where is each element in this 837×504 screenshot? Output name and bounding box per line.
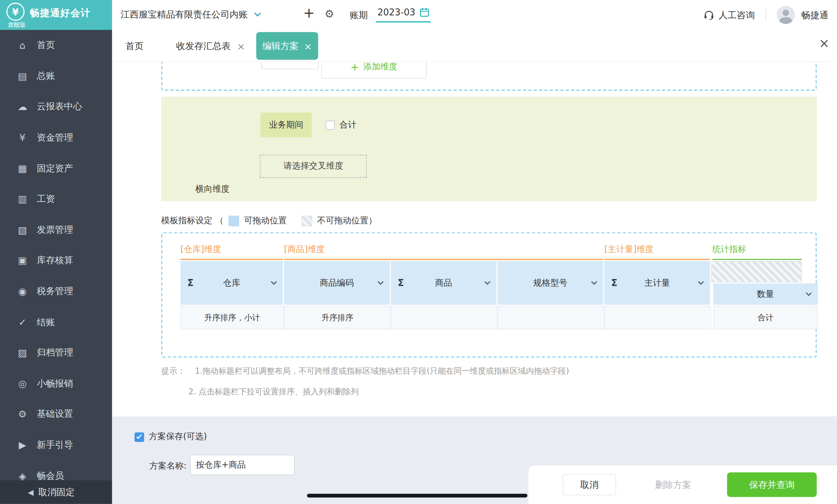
tab-label: 收发存汇总表 (176, 40, 231, 52)
sidebar-item-label: 资金管理 (37, 131, 73, 144)
close-dialog-icon[interactable]: × (819, 37, 830, 50)
cross-dimension-selector[interactable]: 请选择交叉维度 (260, 155, 367, 178)
member-icon: ◈ (16, 470, 29, 481)
statistic-indicator-label: 统计指标 (712, 244, 746, 255)
column-header-product[interactable]: Σ 商品 (391, 261, 498, 305)
sidebar-item-label: 固定资产 (37, 162, 73, 174)
avatar[interactable] (777, 6, 795, 24)
sidebar-item-invoices[interactable]: ▧发票管理 (0, 214, 112, 245)
sidebar-item-label: 发票管理 (37, 224, 73, 236)
add-dimension-button[interactable]: + 添加维度 (321, 62, 427, 79)
sidebar-item-label: 工资 (37, 193, 55, 205)
dimension-underline (604, 259, 710, 260)
divider (765, 9, 766, 21)
save-scheme-label: 方案保存(可选) (149, 431, 207, 443)
sidebar-item-reimburse[interactable]: ◎小畅报销 (0, 368, 112, 399)
caret-down-icon (698, 279, 704, 285)
unit-dimension-label: [主计量]维度 (604, 244, 654, 255)
reimburse-icon: ◎ (16, 378, 29, 389)
unpin-sidebar-button[interactable]: ◀ 取消固定 (0, 481, 112, 504)
template-legend: 模板指标设定 （ 可拖动位置 不可拖动位置） (161, 215, 377, 226)
column-header-quantity[interactable]: 数量 (713, 284, 818, 305)
gear-icon[interactable]: ⚙ (325, 7, 334, 20)
sidebar-item-tax[interactable]: ◉税务管理 (0, 276, 112, 307)
delete-scheme-button[interactable]: 删除方案 (645, 474, 701, 495)
nondraggable-swatch-icon (302, 216, 312, 226)
sidebar-item-closing[interactable]: ✓结账 (0, 307, 112, 338)
total-checkbox-row[interactable]: 合计 (326, 120, 356, 131)
sidebar-item-cloud-reports[interactable]: ☁云报表中心 (0, 91, 112, 122)
column-header-product-code[interactable]: 商品编码 (284, 261, 391, 305)
sidebar: ¥ 畅捷通好会计 旗舰版 ⌂首页 ▤总账 ☁云报表中心 ¥资金管理 ▦固定资产 … (0, 0, 112, 504)
sigma-icon: Σ (611, 278, 618, 288)
sidebar-item-funds[interactable]: ¥资金管理 (0, 122, 112, 153)
sidebar-item-payroll[interactable]: ▥工资 (0, 184, 112, 214)
caret-down-icon (484, 279, 490, 285)
action-panel: 取消 删除方案 保存并查询 (529, 465, 837, 504)
app-logo-icon: ¥ (6, 3, 25, 21)
column-header-warehouse[interactable]: Σ 仓库 (181, 261, 284, 305)
sidebar-item-inventory[interactable]: ▣库存核算 (0, 245, 112, 276)
tab-home[interactable]: 首页 (125, 30, 144, 62)
sidebar-item-label: 库存核算 (37, 254, 73, 267)
user-name[interactable]: 畅捷通 (801, 9, 829, 21)
scheme-name-input[interactable] (190, 455, 295, 475)
column-label: 商品 (435, 277, 452, 288)
tips-prefix: 提示： (161, 366, 185, 376)
column-label: 数量 (757, 288, 774, 300)
total-checkbox[interactable] (326, 121, 335, 130)
support-link[interactable]: 人工咨询 (703, 9, 755, 21)
period-value: 2023-03 (377, 7, 415, 18)
horizontal-dimension-label: 横向维度 (195, 184, 229, 195)
close-tab-icon[interactable]: × (304, 40, 312, 52)
sidebar-item-general-ledger[interactable]: ▤总账 (0, 61, 112, 91)
sidebar-item-archive[interactable]: ▨归档管理 (0, 337, 112, 368)
sidebar-item-label: 结账 (37, 316, 55, 328)
save-and-query-button[interactable]: 保存并查询 (727, 472, 817, 497)
check-icon (136, 433, 142, 439)
caret-down-icon (271, 279, 277, 285)
template-setting-label: 模板指标设定 （ (161, 215, 224, 226)
app-title: 畅捷通好会计 (30, 6, 91, 19)
chevron-down-icon (254, 10, 261, 16)
caret-down-icon (806, 290, 812, 296)
column-label: 仓库 (223, 277, 240, 288)
sidebar-item-fixed-assets[interactable]: ▦固定资产 (0, 153, 112, 184)
sort-setting-product-code: 升序排序 (284, 306, 391, 329)
sidebar-item-guide[interactable]: ▶新手引导 (0, 430, 112, 461)
save-scheme-checkbox-row[interactable]: 方案保存(可选) (135, 431, 207, 443)
tabbar: 首页 收发存汇总表 × 编辑方案 × × (112, 30, 837, 62)
company-selector[interactable]: 江西服宝精品有限责任公司内账 (121, 8, 260, 21)
horizontal-scrollbar[interactable] (307, 494, 528, 498)
cancel-button[interactable]: 取消 (563, 474, 616, 495)
tab-label: 编辑方案 (262, 40, 299, 52)
sidebar-item-label: 税务管理 (37, 285, 73, 297)
column-label: 主计量 (644, 277, 670, 288)
column-label: 商品编码 (320, 277, 354, 288)
sidebar-item-label: 归档管理 (37, 347, 73, 359)
add-account-button[interactable]: + (303, 5, 315, 21)
dimension-field-box[interactable] (261, 62, 319, 69)
business-period-chip[interactable]: 业务期间 (260, 113, 312, 137)
unpin-icon: ◀ (28, 488, 33, 496)
tab-summary-report[interactable]: 收发存汇总表 × (176, 30, 245, 62)
tab-edit-scheme[interactable]: 编辑方案 × (256, 32, 318, 60)
sidebar-item-label: 基础设置 (37, 408, 73, 420)
total-checkbox-label: 合计 (340, 120, 357, 131)
product-dimension-label: [商品]维度 (284, 244, 325, 255)
unpin-label: 取消固定 (38, 486, 75, 498)
save-scheme-checkbox[interactable] (135, 432, 144, 442)
sidebar-item-label: 新手引导 (37, 439, 73, 451)
column-header-spec[interactable]: 规格型号 (497, 261, 604, 305)
home-icon: ⌂ (16, 40, 29, 51)
draggable-swatch-icon (229, 216, 239, 226)
period-picker[interactable]: 2023-03 (376, 7, 431, 22)
sidebar-item-label: 总账 (37, 70, 55, 82)
scheme-name-label: 方案名称: (149, 461, 186, 472)
sidebar-item-settings[interactable]: ⚙基础设置 (0, 399, 112, 430)
sidebar-item-home[interactable]: ⌂首页 (0, 30, 112, 61)
column-header-unit[interactable]: Σ 主计量 (604, 261, 711, 305)
close-tab-icon[interactable]: × (237, 40, 245, 52)
sidebar-item-label: 小畅报销 (37, 377, 73, 389)
sidebar-item-member[interactable]: ◈畅会员 (0, 460, 112, 480)
